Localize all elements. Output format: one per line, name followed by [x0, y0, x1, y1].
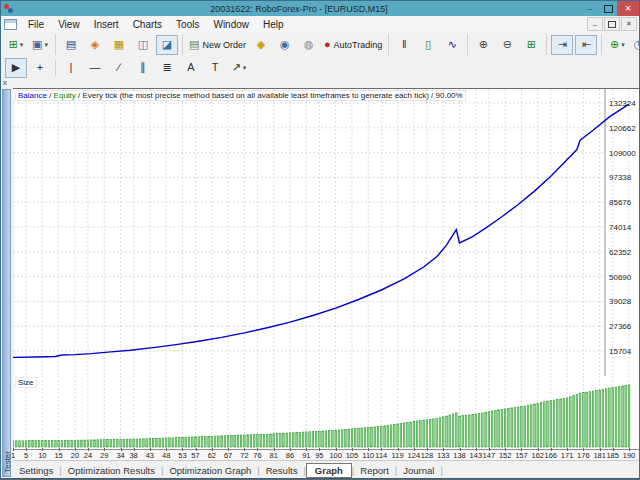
toolbar-group: ⊕▾◷▾▨▾: [602, 34, 640, 55]
tab-journal[interactable]: Journal: [397, 464, 440, 477]
window-title: 20031622: RoboForex-Pro - [EURUSD,M15]: [17, 4, 581, 14]
profiles-dropdown-icon[interactable]: ▾: [44, 41, 48, 49]
balance-chart[interactable]: Balance / Equity / Every tick (the most …: [13, 88, 640, 377]
mdi-close-button[interactable]: ✕: [621, 17, 637, 31]
candlesticks-button[interactable]: ▯: [417, 35, 439, 55]
navigator-button[interactable]: ◈: [84, 35, 106, 55]
market-watch-button[interactable]: ▤: [60, 35, 82, 55]
zoom-in-button[interactable]: ⊕: [472, 35, 494, 55]
chart-legend: Balance / Equity / Every tick (the most …: [15, 90, 466, 101]
mdi-restore-icon: [608, 21, 616, 28]
x-axis-label: 5: [17, 451, 35, 460]
metaeditor-button[interactable]: ◆: [250, 35, 272, 55]
data-window-button[interactable]: ▦: [108, 35, 130, 55]
crosshair-button[interactable]: +: [29, 58, 51, 78]
auto-scroll-button[interactable]: ⇥: [551, 35, 573, 55]
new-chart-button[interactable]: ⊞▾: [5, 35, 27, 55]
tab-optimization-graph[interactable]: Optimization Graph: [163, 464, 257, 477]
terminal-button[interactable]: ◫: [132, 35, 154, 55]
data-window-icon: ▦: [114, 39, 124, 50]
tab-report[interactable]: Report: [354, 464, 395, 477]
tab-graph[interactable]: Graph: [306, 463, 352, 478]
new-order-button[interactable]: ▤New Order: [187, 35, 248, 55]
menu-window[interactable]: Window: [206, 18, 256, 31]
close-button[interactable]: ✕: [617, 1, 639, 16]
x-axis-label: 76: [248, 451, 266, 460]
arrows-dropdown-icon[interactable]: ▾: [243, 64, 247, 72]
auto-scroll-icon: ⇥: [558, 39, 567, 50]
minimize-button[interactable]: –: [581, 1, 599, 16]
x-axis-label: 147: [480, 451, 498, 460]
tester-content: Balance / Equity / Every tick (the most …: [13, 78, 640, 478]
market-watch-icon: ▤: [66, 39, 76, 50]
mdi-restore-button[interactable]: [604, 17, 620, 31]
size-chart[interactable]: Size: [13, 376, 640, 450]
y-axis-label: 27366: [609, 322, 631, 331]
main-toolbar: ⊞▾▣▾▤◈▦◫◪▤New Order◆◉◍●AutoTrading‖▯∿⊕⊖⊞…: [1, 32, 639, 58]
zoom-out-button[interactable]: ⊖: [496, 35, 518, 55]
text-button[interactable]: A: [180, 58, 202, 78]
y-axis-label: 74014: [609, 223, 631, 232]
autotrading-icon: ●: [324, 39, 331, 50]
terminal-icon: ◫: [138, 39, 148, 50]
line-chart-button[interactable]: ∿: [441, 35, 463, 55]
menu-charts[interactable]: Charts: [126, 18, 169, 31]
autotrading-button[interactable]: ●AutoTrading: [322, 35, 384, 55]
x-axis-label: 24: [79, 451, 97, 460]
menu-help[interactable]: Help: [256, 18, 291, 31]
y-axis-label: 39028: [609, 297, 631, 306]
y-axis-label: 120662: [609, 124, 636, 133]
indicators-button[interactable]: ⊕▾: [606, 35, 628, 55]
new-chart-dropdown-icon[interactable]: ▾: [20, 41, 24, 49]
horizontal-line-button[interactable]: —: [84, 58, 106, 78]
legend-equity: Equity: [54, 91, 76, 100]
strategy-tester-button[interactable]: ◪: [156, 35, 178, 55]
equidistant-channel-button[interactable]: ∥: [132, 58, 154, 78]
x-axis-label: 67: [219, 451, 237, 460]
tester-close-button[interactable]: x: [3, 78, 7, 87]
tab-settings[interactable]: Settings: [13, 464, 59, 477]
y-axis-label: 109000: [609, 149, 636, 158]
x-axis-label: 171: [558, 451, 576, 460]
new-order-label: New Order: [202, 40, 246, 50]
restore-button[interactable]: [599, 1, 617, 16]
profiles-button[interactable]: ▣▾: [29, 35, 51, 55]
vertical-line-button[interactable]: |: [60, 58, 82, 78]
size-panel-label: Size: [15, 377, 37, 388]
menu-file[interactable]: File: [21, 18, 51, 31]
line-chart-icon: ∿: [448, 39, 457, 50]
y-axis-label: 50690: [609, 273, 631, 282]
trendline-button[interactable]: ∕: [108, 58, 130, 78]
expert-advisors-button[interactable]: ◉: [274, 35, 296, 55]
tab-results[interactable]: Results: [260, 464, 304, 477]
legend-separator: /: [47, 91, 54, 100]
tile-windows-button[interactable]: ⊞: [520, 35, 542, 55]
menu-tools[interactable]: Tools: [169, 18, 206, 31]
community-button[interactable]: ◍: [298, 35, 320, 55]
candlesticks-icon: ▯: [425, 39, 431, 50]
legend-description: / Every tick (the most precise method ba…: [76, 91, 463, 100]
x-axis-label: 152: [496, 451, 514, 460]
x-axis-label: 119: [389, 451, 407, 460]
chart-shift-button[interactable]: ⇤: [575, 35, 597, 55]
menu-insert[interactable]: Insert: [87, 18, 126, 31]
zoom-in-icon: ⊕: [479, 39, 488, 50]
expert-advisors-icon: ◉: [280, 39, 290, 50]
chart-window-icon: [4, 19, 17, 30]
ohlc-bars-button[interactable]: ‖: [393, 35, 415, 55]
cursor-button[interactable]: ▶: [5, 58, 27, 78]
tab-optimization-results[interactable]: Optimization Results: [62, 464, 161, 477]
periods-button[interactable]: ◷▾: [630, 35, 640, 55]
toolbar-groups: ⊞▾▣▾▤◈▦◫◪▤New Order◆◉◍●AutoTrading‖▯∿⊕⊖⊞…: [1, 34, 640, 55]
tester-strip[interactable]: Tester: [2, 89, 11, 477]
x-axis-label: 48: [157, 451, 175, 460]
arrows-button[interactable]: ↗▾: [228, 58, 250, 78]
indicators-dropdown-icon[interactable]: ▾: [621, 41, 625, 49]
menu-view[interactable]: View: [51, 18, 87, 31]
text-label-button[interactable]: T: [204, 58, 226, 78]
fibonacci-retracement-button[interactable]: ≣: [156, 58, 178, 78]
toolbar-group: ▤New Order◆◉◍●AutoTrading: [183, 34, 389, 55]
mdi-minimize-button[interactable]: –: [587, 17, 603, 31]
fibonacci-retracement-icon: ≣: [162, 62, 171, 73]
balance-chart-canvas: [13, 89, 640, 376]
